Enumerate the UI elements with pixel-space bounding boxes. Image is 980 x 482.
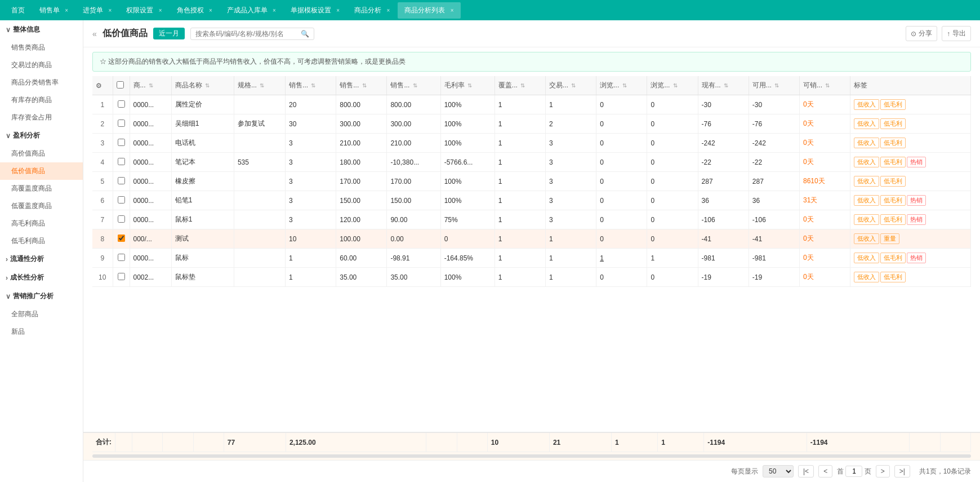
nav-goods-analysis-close[interactable]: × <box>386 7 390 14</box>
row-code: 0000... <box>130 191 171 210</box>
tag-low-profit: 低毛利 <box>880 118 906 129</box>
row-checkbox[interactable] <box>118 196 125 204</box>
sidebar-item-high-value[interactable]: 高价值商品 <box>0 145 83 162</box>
nav-role-auth[interactable]: 角色授权 × <box>170 2 219 19</box>
search-input[interactable] <box>195 30 299 38</box>
nav-purchase-close[interactable]: × <box>109 7 112 14</box>
row-checkbox[interactable] <box>118 120 125 127</box>
col-tags[interactable]: 标签 <box>850 76 971 95</box>
nav-home[interactable]: 首页 <box>5 2 32 19</box>
table-container[interactable]: ⚙ 商... ⇅ 商品名称 ⇅ 规格... ⇅ 销售... ⇅ 销售... ⇅ … <box>83 76 980 432</box>
col-spec[interactable]: 规格... ⇅ <box>234 76 285 95</box>
nav-goods-analysis[interactable]: 商品分析 × <box>348 2 397 19</box>
first-page-btn[interactable]: |< <box>798 465 814 477</box>
per-page-select[interactable]: 50 20 100 <box>763 465 794 477</box>
sidebar-section-growth[interactable]: › 成长性分析 <box>0 268 83 287</box>
page-number-input[interactable] <box>845 466 862 477</box>
top-navigation: 首页 销售单 × 进货单 × 权限设置 × 角色授权 × 产成品入库单 × 单据… <box>0 0 980 20</box>
export-button[interactable]: ↑ 导出 <box>942 26 971 41</box>
nav-product-storage[interactable]: 产成品入库单 × <box>220 2 283 19</box>
col-s3[interactable]: 销售... ⇅ <box>387 76 440 95</box>
col-s1[interactable]: 销售... ⇅ <box>286 76 336 95</box>
sidebar-section-profit[interactable]: ∨ 盈利分析 <box>0 126 83 145</box>
col-stock1[interactable]: 现有... ⇅ <box>698 76 749 95</box>
row-browse1: 0 <box>596 153 647 172</box>
col-coverage[interactable]: 覆盖... ⇅ <box>495 76 545 95</box>
nav-goods-list-close[interactable]: × <box>451 7 454 14</box>
tag-low-income: 低收入 <box>854 138 879 148</box>
next-page-btn[interactable]: > <box>876 465 890 477</box>
sidebar-item-stock-capital[interactable]: 库存资金占用 <box>0 109 83 126</box>
col-code[interactable]: 商... ⇅ <box>130 76 171 95</box>
sidebar-item-all-goods[interactable]: 全部商品 <box>0 306 83 323</box>
prev-page-btn[interactable]: < <box>818 465 832 477</box>
col-browse2[interactable]: 浏览... ⇅ <box>647 76 698 95</box>
col-name[interactable]: 商品名称 ⇅ <box>171 76 234 95</box>
sidebar-item-low-coverage[interactable]: 低覆盖度商品 <box>0 197 83 215</box>
sidebar-section-overall[interactable]: ∨ 整体信息 <box>0 20 83 39</box>
row-checkbox[interactable] <box>118 139 125 146</box>
row-checkbox[interactable] <box>118 254 125 261</box>
nav-template-close[interactable]: × <box>336 7 340 14</box>
col-browse1[interactable]: 浏览... ⇅ <box>596 76 647 95</box>
tag-low-income: 低收入 <box>854 99 879 110</box>
select-all-checkbox[interactable] <box>117 81 124 89</box>
last-page-btn[interactable]: >| <box>894 465 910 477</box>
filter-tag-recent-month[interactable]: 近一月 <box>153 28 185 39</box>
row-checkbox[interactable] <box>118 177 125 184</box>
row-browse2: 0 <box>647 114 698 134</box>
row-stock2: 287 <box>749 172 799 191</box>
nav-permissions[interactable]: 权限设置 × <box>119 2 168 19</box>
sidebar-item-sales-goods[interactable]: 销售类商品 <box>0 39 83 56</box>
row-num: 3 <box>92 134 113 153</box>
tag-hot: 热销 <box>907 214 926 225</box>
tag-low-income: 低收入 <box>854 272 879 282</box>
row-stock1: -19 <box>698 268 749 287</box>
browse-link[interactable]: 1 <box>600 254 604 262</box>
section-label-growth: 成长性分析 <box>10 273 44 282</box>
nav-goods-analysis-list[interactable]: 商品分析列表 × <box>398 2 460 19</box>
sidebar-section-marketing[interactable]: ∨ 营销推广分析 <box>0 287 83 306</box>
sidebar-item-new-goods[interactable]: 新品 <box>0 323 83 341</box>
nav-role-close[interactable]: × <box>209 7 212 14</box>
row-browse2: 0 <box>647 172 698 191</box>
col-days[interactable]: 可销... ⇅ <box>799 76 850 95</box>
collapse-sidebar-btn[interactable]: « <box>92 29 97 38</box>
sidebar-item-high-coverage[interactable]: 高覆盖度商品 <box>0 180 83 197</box>
col-settings[interactable]: ⚙ <box>92 76 113 95</box>
page-info: 首 页 <box>837 466 871 477</box>
share-button[interactable]: ⊙ 分享 <box>906 26 937 41</box>
sidebar-item-low-margin[interactable]: 低毛利商品 <box>0 232 83 250</box>
nav-product-storage-close[interactable]: × <box>273 7 276 14</box>
row-spec <box>234 249 285 268</box>
row-browse1: 0 <box>596 172 647 191</box>
search-icon[interactable]: 🔍 <box>301 30 309 38</box>
row-name: 橡皮擦 <box>171 172 234 191</box>
nav-permissions-close[interactable]: × <box>159 7 162 14</box>
col-stock2[interactable]: 可用... ⇅ <box>749 76 799 95</box>
row-s1: 20 <box>286 95 336 114</box>
sidebar-section-circulation[interactable]: › 流通性分析 <box>0 250 83 268</box>
content-header: « 低价值商品 近一月 🔍 ⊙ 分享 ↑ 导出 <box>83 20 980 47</box>
col-s2[interactable]: 销售... ⇅ <box>336 76 387 95</box>
row-checkbox[interactable] <box>118 235 125 242</box>
sidebar-item-high-margin[interactable]: 高毛利商品 <box>0 215 83 232</box>
row-checkbox[interactable] <box>118 100 125 108</box>
nav-sales-close[interactable]: × <box>65 7 68 14</box>
row-checkbox[interactable] <box>118 215 125 223</box>
nav-sales[interactable]: 销售单 × <box>33 2 75 19</box>
sidebar-item-low-value[interactable]: 低价值商品 <box>0 162 83 180</box>
col-trade[interactable]: 交易... ⇅ <box>546 76 596 95</box>
row-days: 0天 <box>799 134 850 153</box>
horizontal-scrollbar[interactable] <box>92 454 971 458</box>
sidebar-item-traded-goods[interactable]: 交易过的商品 <box>0 56 83 74</box>
row-checkbox[interactable] <box>118 158 125 165</box>
col-margin[interactable]: 毛利率 ⇅ <box>440 76 495 95</box>
row-s3: 800.00 <box>387 95 440 114</box>
nav-purchase[interactable]: 进货单 × <box>76 2 118 19</box>
sidebar-item-stocked-goods[interactable]: 有库存的商品 <box>0 91 83 109</box>
row-num: 10 <box>92 268 113 287</box>
sidebar-item-category-sales[interactable]: 商品分类销售率 <box>0 74 83 91</box>
row-checkbox[interactable] <box>118 273 125 280</box>
nav-template[interactable]: 单据模板设置 × <box>284 2 346 19</box>
